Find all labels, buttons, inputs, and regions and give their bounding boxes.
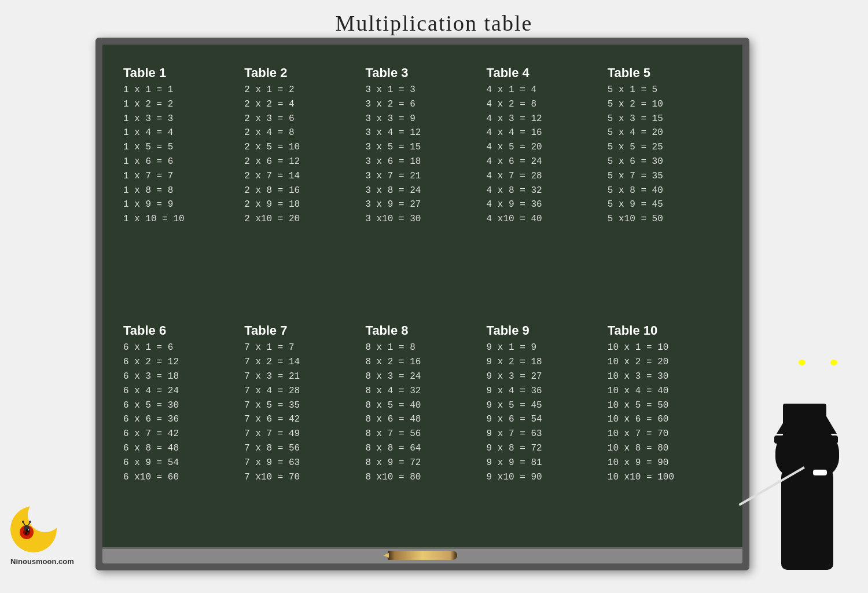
table-1-row-8: 1 x 8 = 8 xyxy=(123,184,237,198)
table-3-row-3: 3 x 3 = 9 xyxy=(365,112,479,126)
table-4-row-4: 4 x 4 = 16 xyxy=(487,126,601,140)
table-3-row-4: 3 x 4 = 12 xyxy=(365,126,479,140)
table-9-row-10: 9 x10 = 90 xyxy=(487,470,601,485)
table-7-row-10: 7 x10 = 70 xyxy=(244,470,358,485)
table-3-row-9: 3 x 9 = 27 xyxy=(365,197,479,212)
table-section-7: Table 77 x 1 = 77 x 2 = 147 x 3 = 217 x … xyxy=(241,319,362,523)
table-6-row-8: 6 x 8 = 48 xyxy=(123,441,237,456)
table-title-10: Table 10 xyxy=(608,323,722,338)
table-8-row-4: 8 x 4 = 32 xyxy=(365,384,479,398)
table-title-4: Table 4 xyxy=(487,65,601,80)
table-4-row-8: 4 x 8 = 32 xyxy=(487,184,601,198)
table-8-row-5: 8 x 5 = 40 xyxy=(365,398,479,413)
table-4-row-9: 4 x 9 = 36 xyxy=(487,197,601,212)
page-title: Multiplication table xyxy=(0,10,868,36)
table-1-row-7: 1 x 7 = 7 xyxy=(123,169,237,184)
table-2-row-8: 2 x 8 = 16 xyxy=(244,184,358,198)
cat-bow xyxy=(813,470,827,475)
table-3-row-10: 3 x10 = 30 xyxy=(365,212,479,226)
table-4-row-2: 4 x 2 = 8 xyxy=(487,97,601,112)
table-7-row-5: 7 x 5 = 35 xyxy=(244,398,358,413)
table-section-5: Table 55 x 1 = 55 x 2 = 105 x 3 = 155 x … xyxy=(604,61,725,265)
table-8-row-7: 8 x 7 = 56 xyxy=(365,427,479,441)
blackboard: Table 11 x 1 = 11 x 2 = 21 x 3 = 31 x 4 … xyxy=(95,38,749,570)
table-6-row-3: 6 x 3 = 18 xyxy=(123,369,237,384)
table-7-row-9: 7 x 9 = 63 xyxy=(244,456,358,470)
cat-eye-left xyxy=(799,360,806,365)
table-9-row-6: 9 x 6 = 54 xyxy=(487,412,601,427)
table-1-row-4: 1 x 4 = 4 xyxy=(123,126,237,140)
svg-point-9 xyxy=(26,529,30,532)
table-7-row-6: 7 x 6 = 42 xyxy=(244,412,358,427)
table-title-2: Table 2 xyxy=(244,65,358,80)
table-9-row-9: 9 x 9 = 81 xyxy=(487,456,601,470)
section-divider xyxy=(120,265,725,283)
cat-illustration xyxy=(764,419,856,570)
table-2-row-6: 2 x 6 = 12 xyxy=(244,155,358,169)
svg-point-7 xyxy=(22,521,24,523)
table-10-row-3: 10 x 3 = 30 xyxy=(608,369,722,384)
table-5-row-5: 5 x 5 = 25 xyxy=(608,140,722,155)
table-10-row-6: 10 x 6 = 60 xyxy=(608,412,722,427)
table-title-8: Table 8 xyxy=(365,323,479,338)
table-3-row-1: 3 x 1 = 3 xyxy=(365,83,479,97)
table-5-row-7: 5 x 7 = 35 xyxy=(608,169,722,184)
table-7-row-1: 7 x 1 = 7 xyxy=(244,341,358,355)
table-1-row-6: 1 x 6 = 6 xyxy=(123,155,237,169)
table-8-row-1: 8 x 1 = 8 xyxy=(365,341,479,355)
table-title-7: Table 7 xyxy=(244,323,358,338)
table-title-6: Table 6 xyxy=(123,323,237,338)
table-4-row-3: 4 x 3 = 12 xyxy=(487,112,601,126)
table-3-row-5: 3 x 5 = 15 xyxy=(365,140,479,155)
svg-point-11 xyxy=(25,532,27,535)
table-7-row-4: 7 x 4 = 28 xyxy=(244,384,358,398)
chalk-piece xyxy=(388,551,457,560)
table-title-5: Table 5 xyxy=(608,65,722,80)
table-9-row-8: 9 x 8 = 72 xyxy=(487,441,601,456)
table-2-row-7: 2 x 7 = 14 xyxy=(244,169,358,184)
table-7-row-3: 7 x 3 = 21 xyxy=(244,369,358,384)
table-1-row-2: 1 x 2 = 2 xyxy=(123,97,237,112)
table-9-row-4: 9 x 4 = 36 xyxy=(487,384,601,398)
table-5-row-10: 5 x10 = 50 xyxy=(608,212,722,226)
table-10-row-4: 10 x 4 = 40 xyxy=(608,384,722,398)
table-9-row-7: 9 x 7 = 63 xyxy=(487,427,601,441)
table-2-row-4: 2 x 4 = 8 xyxy=(244,126,358,140)
table-10-row-5: 10 x 5 = 50 xyxy=(608,398,722,413)
table-10-row-1: 10 x 1 = 10 xyxy=(608,341,722,355)
table-6-row-10: 6 x10 = 60 xyxy=(123,470,237,485)
table-3-row-6: 3 x 6 = 18 xyxy=(365,155,479,169)
table-10-row-2: 10 x 2 = 20 xyxy=(608,355,722,369)
table-1-row-1: 1 x 1 = 1 xyxy=(123,83,237,97)
table-3-row-7: 3 x 7 = 21 xyxy=(365,169,479,184)
table-1-row-10: 1 x 10 = 10 xyxy=(123,212,237,226)
table-4-row-5: 4 x 5 = 20 xyxy=(487,140,601,155)
table-4-row-6: 4 x 6 = 24 xyxy=(487,155,601,169)
table-10-row-8: 10 x 8 = 80 xyxy=(608,441,722,456)
table-title-3: Table 3 xyxy=(365,65,479,80)
table-7-row-8: 7 x 8 = 56 xyxy=(244,441,358,456)
table-2-row-3: 2 x 3 = 6 xyxy=(244,112,358,126)
table-8-row-10: 8 x10 = 80 xyxy=(365,470,479,485)
table-2-row-10: 2 x10 = 20 xyxy=(244,212,358,226)
table-6-row-2: 6 x 2 = 12 xyxy=(123,355,237,369)
table-2-row-9: 2 x 9 = 18 xyxy=(244,197,358,212)
table-4-row-7: 4 x 7 = 28 xyxy=(487,169,601,184)
cat-body xyxy=(781,466,833,570)
moon-icon xyxy=(10,500,62,552)
table-title-1: Table 1 xyxy=(123,65,237,80)
table-section-4: Table 44 x 1 = 44 x 2 = 84 x 3 = 124 x 4… xyxy=(483,61,604,265)
table-5-row-8: 5 x 8 = 40 xyxy=(608,184,722,198)
table-2-row-5: 2 x 5 = 10 xyxy=(244,140,358,155)
table-section-1: Table 11 x 1 = 11 x 2 = 21 x 3 = 31 x 4 … xyxy=(120,61,241,265)
svg-point-8 xyxy=(29,521,31,523)
table-5-row-1: 5 x 1 = 5 xyxy=(608,83,722,97)
table-6-row-6: 6 x 6 = 36 xyxy=(123,412,237,427)
table-6-row-5: 6 x 5 = 30 xyxy=(123,398,237,413)
table-5-row-6: 5 x 6 = 30 xyxy=(608,155,722,169)
table-10-row-7: 10 x 7 = 70 xyxy=(608,427,722,441)
table-8-row-2: 8 x 2 = 16 xyxy=(365,355,479,369)
table-5-row-4: 5 x 4 = 20 xyxy=(608,126,722,140)
table-5-row-9: 5 x 9 = 45 xyxy=(608,197,722,212)
table-8-row-6: 8 x 6 = 48 xyxy=(365,412,479,427)
